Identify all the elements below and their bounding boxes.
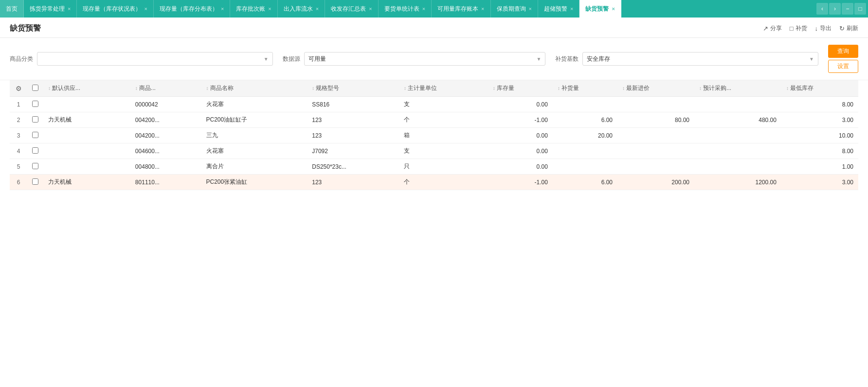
row-stock-qty: -1.00 bbox=[488, 175, 553, 190]
row-goods-code: 004600... bbox=[130, 143, 201, 159]
row-min-stock: 3.00 bbox=[781, 175, 858, 190]
tab-home[interactable]: 首页 bbox=[0, 0, 24, 18]
table-settings-icon[interactable]: ⚙ bbox=[16, 85, 22, 92]
data-source-select[interactable]: 可用量 ▼ bbox=[304, 52, 546, 66]
row-unit: 只 bbox=[399, 159, 488, 175]
tab-close-summary[interactable]: × bbox=[369, 6, 372, 12]
tab-close-stock-dist[interactable]: × bbox=[221, 6, 224, 12]
tab-scroll-right-btn[interactable]: › bbox=[829, 3, 841, 15]
row-min-stock: 3.00 bbox=[781, 112, 858, 128]
row-goods-code: 004200... bbox=[130, 128, 201, 143]
tab-close-flow[interactable]: × bbox=[316, 6, 319, 12]
replenish-base-arrow-icon: ▼ bbox=[809, 56, 814, 62]
filter-actions: 查询 设置 bbox=[828, 45, 858, 73]
table-row: 6 力天机械 801110... PC200张紧油缸 123 个 -1.00 6… bbox=[10, 175, 858, 190]
row-goods-name: 火花塞 bbox=[201, 97, 307, 112]
row-num-cell: 3 bbox=[10, 128, 27, 143]
tab-maximize-btn[interactable]: □ bbox=[854, 3, 866, 15]
replenish-base-select[interactable]: 安全库存 ▼ bbox=[582, 52, 818, 66]
row-checkbox[interactable] bbox=[32, 147, 38, 154]
row-unit: 支 bbox=[399, 97, 488, 112]
row-checkbox[interactable] bbox=[32, 178, 38, 185]
table-row: 5 004800... 离合片 DS250*23c... 只 0.00 1.00 bbox=[10, 159, 858, 175]
row-checkbox-cell bbox=[27, 159, 43, 175]
row-checkbox[interactable] bbox=[32, 163, 38, 169]
col-header-checkbox bbox=[27, 80, 43, 97]
replenish-icon: □ bbox=[790, 25, 794, 32]
tab-available-ledger[interactable]: 可用量库存账本 × bbox=[432, 0, 490, 18]
row-goods-code: 801110... bbox=[130, 175, 201, 190]
row-unit: 支 bbox=[399, 143, 488, 159]
tab-shortage-warning[interactable]: 缺货预警 × bbox=[579, 0, 621, 18]
row-default-supplier bbox=[43, 143, 130, 159]
row-spec: J7092 bbox=[307, 143, 399, 159]
row-spec: 123 bbox=[307, 175, 399, 190]
tab-stock-dist[interactable]: 现存量（库存分布表） × bbox=[154, 0, 230, 18]
row-checkbox[interactable] bbox=[32, 132, 38, 138]
col-header-settings: ⚙ bbox=[10, 80, 27, 97]
table-container: ⚙ ↕ 默认供应... ↕ 商品... bbox=[0, 80, 868, 190]
tab-close-available-ledger[interactable]: × bbox=[481, 6, 484, 12]
select-all-checkbox[interactable] bbox=[32, 85, 38, 91]
tab-summary[interactable]: 收发存汇总表 × bbox=[325, 0, 378, 18]
col-header-spec: ↕ 规格型号 bbox=[307, 80, 399, 97]
row-replenish-qty: 6.00 bbox=[553, 112, 617, 128]
tab-expiry-query[interactable]: 保质期查询 × bbox=[491, 0, 538, 18]
row-replenish-qty bbox=[553, 143, 617, 159]
export-icon: ↓ bbox=[815, 25, 818, 32]
row-latest-price bbox=[617, 159, 694, 175]
col-header-default-supplier: ↕ 默认供应... bbox=[43, 80, 130, 97]
page-header: 缺货预警 ↗ 分享 □ 补货 ↓ 导出 ↻ 刷新 bbox=[0, 18, 868, 38]
row-replenish-qty bbox=[553, 159, 617, 175]
goods-category-label: 商品分类 bbox=[10, 55, 33, 63]
tab-close-stock-status[interactable]: × bbox=[144, 6, 147, 12]
tab-batch-account[interactable]: 库存批次账 × bbox=[230, 0, 277, 18]
goods-category-select[interactable]: ▼ bbox=[37, 52, 273, 66]
replenish-base-filter-group: 补货基数 安全库存 ▼ bbox=[555, 52, 818, 66]
replenish-base-value: 安全库存 bbox=[587, 55, 610, 63]
export-button[interactable]: ↓ 导出 bbox=[815, 24, 832, 33]
refresh-button[interactable]: ↻ 刷新 bbox=[839, 24, 858, 33]
tab-close-demand-stats[interactable]: × bbox=[422, 6, 425, 12]
replenish-button[interactable]: □ 补货 bbox=[790, 24, 807, 33]
tab-scroll-left-btn[interactable]: ‹ bbox=[816, 3, 828, 15]
row-spec: DS250*23c... bbox=[307, 159, 399, 175]
tab-close-batch-account[interactable]: × bbox=[268, 6, 271, 12]
tab-bar: 首页 拣货异常处理 × 现存量（库存状况表） × 现存量（库存分布表） × 库存… bbox=[0, 0, 868, 18]
data-source-value: 可用量 bbox=[308, 55, 326, 63]
filter-area: 商品分类 ▼ 数据源 可用量 ▼ 补货基数 安全库存 ▼ 查询 设置 bbox=[0, 38, 868, 80]
tab-close-shortage-warning[interactable]: × bbox=[612, 6, 615, 12]
setting-button[interactable]: 设置 bbox=[828, 60, 858, 73]
share-button[interactable]: ↗ 分享 bbox=[763, 24, 782, 33]
row-checkbox[interactable] bbox=[32, 116, 38, 123]
tab-close-expiry-query[interactable]: × bbox=[529, 6, 532, 12]
col-header-replenish-qty: ↕ 补货量 bbox=[553, 80, 617, 97]
row-replenish-qty: 6.00 bbox=[553, 175, 617, 190]
tab-close-overstock-warning[interactable]: × bbox=[570, 6, 573, 12]
sort-icon-replenish-qty: ↕ bbox=[558, 86, 560, 91]
tab-minimize-btn[interactable]: − bbox=[842, 3, 853, 15]
row-stock-qty: 0.00 bbox=[488, 143, 553, 159]
replenish-base-label: 补货基数 bbox=[555, 55, 579, 63]
tab-picking-exception[interactable]: 拣货异常处理 × bbox=[24, 0, 77, 18]
sort-icon-min-stock: ↕ bbox=[786, 86, 789, 91]
row-replenish-qty bbox=[553, 97, 617, 112]
col-header-min-stock: ↕ 最低库存 bbox=[781, 80, 858, 97]
row-default-supplier: 力天机械 bbox=[43, 112, 130, 128]
row-min-stock: 1.00 bbox=[781, 159, 858, 175]
row-latest-price: 80.00 bbox=[617, 112, 694, 128]
tab-overstock-warning[interactable]: 超储预警 × bbox=[538, 0, 579, 18]
row-num-cell: 2 bbox=[10, 112, 27, 128]
tab-demand-stats[interactable]: 要货单统计表 × bbox=[379, 0, 432, 18]
tab-close-picking-exception[interactable]: × bbox=[68, 6, 71, 12]
tab-stock-status[interactable]: 现存量（库存状况表） × bbox=[77, 0, 153, 18]
row-stock-qty: 0.00 bbox=[488, 159, 553, 175]
table-body: 1 0000042 火花塞 SS816 支 0.00 8.00 2 力天机械 0… bbox=[10, 97, 858, 190]
tab-flow[interactable]: 出入库流水 × bbox=[278, 0, 325, 18]
sort-icon-estimated-purchase: ↕ bbox=[699, 86, 702, 91]
col-header-unit: ↕ 主计量单位 bbox=[399, 80, 488, 97]
row-checkbox[interactable] bbox=[32, 101, 38, 107]
row-checkbox-cell bbox=[27, 97, 43, 112]
query-button[interactable]: 查询 bbox=[828, 45, 858, 58]
row-replenish-qty: 20.00 bbox=[553, 128, 617, 143]
